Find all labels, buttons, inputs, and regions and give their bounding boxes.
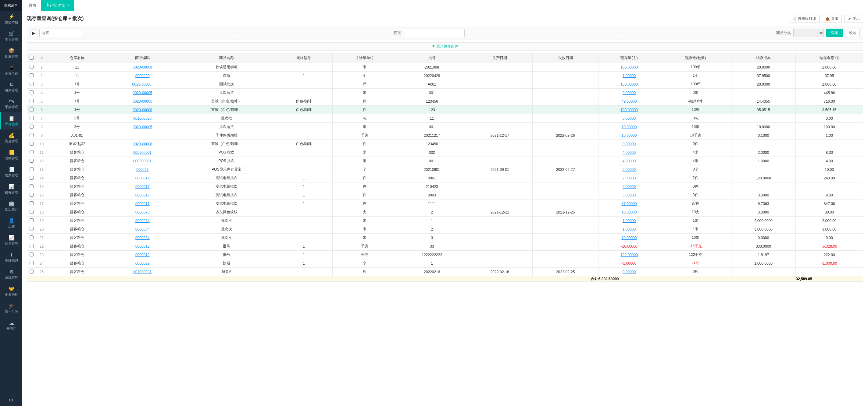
filter-expand-button[interactable]: ▶ xyxy=(30,30,37,36)
sidebar-item-inventory[interactable]: 📋 库存核查 xyxy=(0,112,22,130)
tab-batch-inventory[interactable]: 库存批次盘 ✕ xyxy=(41,0,74,11)
cell-checkbox[interactable] xyxy=(27,80,36,89)
cell-checkbox[interactable] xyxy=(27,208,36,216)
print-button[interactable]: 🖨 按模版打印 xyxy=(789,14,819,23)
cell-qty-pkg: 1米 xyxy=(660,216,731,225)
sidebar-item-sys[interactable]: ⚙ 系统管理 xyxy=(0,266,22,283)
cell-checkbox[interactable] xyxy=(27,216,36,225)
cell-qty-main: 87.00000 xyxy=(598,200,660,208)
cell-checkbox[interactable] xyxy=(27,97,36,106)
search-button[interactable]: 查询 xyxy=(826,29,843,37)
sidebar-item-mini-ecom[interactable]: 📱 小程电商 xyxy=(0,62,22,79)
cell-code: 0000012 xyxy=(107,242,178,251)
cell-cost: 1.0000 xyxy=(731,157,796,165)
close-tab-icon[interactable]: ✕ xyxy=(67,3,70,7)
tab-home[interactable]: 首页 xyxy=(24,0,41,11)
cell-checkbox[interactable] xyxy=(27,200,36,208)
cell-warehouse: 1号 xyxy=(47,89,107,97)
cell-checkbox[interactable] xyxy=(27,89,36,97)
sidebar-item-corp[interactable]: 🤝 企业协同 xyxy=(0,283,22,300)
sidebar-item-basic[interactable]: ℹ 基础信息 xyxy=(0,249,22,266)
cell-qty-main: 49.60000 xyxy=(598,97,660,106)
cell-unit: 米 xyxy=(332,89,397,97)
table-row: 18普客粮仓0000078多头异色软线支22021-12-212021-12-2… xyxy=(27,208,863,216)
cell-checkbox[interactable] xyxy=(27,174,36,182)
table-body: 1110023-00009软软通用柳葛米2021098100.00000100米… xyxy=(27,63,863,276)
export-button[interactable]: 📤 导出 xyxy=(822,14,842,23)
filter-setting-button[interactable]: 设置 xyxy=(846,29,860,37)
cell-checkbox[interactable] xyxy=(27,140,36,148)
cell-spec: 1 xyxy=(275,251,333,259)
warehouse-filter-input[interactable] xyxy=(39,29,82,37)
cell-amount: 4.00 xyxy=(796,157,863,165)
page-title: 现存量查询(按仓库＋批次) xyxy=(27,15,84,22)
cell-checkbox[interactable] xyxy=(27,234,36,242)
inventory-icon: 📋 xyxy=(2,115,21,121)
cell-prod-date xyxy=(467,63,533,72)
export-icon: 📤 xyxy=(825,17,830,21)
cell-idx: 24 xyxy=(36,259,47,268)
product-filter-input[interactable] xyxy=(404,29,465,37)
sidebar-item-tax[interactable]: 📊 税务管理 xyxy=(0,181,22,198)
cell-prod-date xyxy=(467,242,533,251)
sidebar-logo[interactable]: 搜索菜单 xyxy=(0,0,22,11)
cell-qty-main: 1.00000 xyxy=(598,216,660,225)
display-button[interactable]: 👁 显示 xyxy=(844,14,863,23)
cell-idx: 1 xyxy=(36,63,47,72)
sidebar-item-newbie[interactable]: 🎓 新手引导 xyxy=(0,300,22,317)
cell-amount: 2,000.00 xyxy=(796,80,863,89)
cell-checkbox[interactable] xyxy=(27,123,36,131)
category-filter-select[interactable] xyxy=(793,29,824,37)
expand-conditions-button[interactable]: ▼ 展开更多条件 xyxy=(27,42,863,50)
cell-checkbox[interactable] xyxy=(27,63,36,72)
cell-amount: 9.00 xyxy=(796,191,863,200)
sidebar-settings-button[interactable]: ⚙ xyxy=(0,394,22,406)
cell-qty-pkg: 2件 xyxy=(660,174,731,182)
cell-code: 0023-00005 xyxy=(107,123,178,131)
cell-checkbox[interactable] xyxy=(27,131,36,140)
cell-checkbox[interactable] xyxy=(27,157,36,165)
sidebar-item-invoice[interactable]: 🧾 发票管理 xyxy=(0,164,22,181)
cell-exp-date xyxy=(533,140,598,148)
cell-checkbox[interactable] xyxy=(27,165,36,174)
cell-warehouse: 普客粮仓 xyxy=(47,234,107,242)
inventory-table: # 仓库名称 商品编码 商品名称 规格型号 主计量单位 批号 生产日期 失效日期… xyxy=(27,53,863,282)
cell-checkbox[interactable] xyxy=(27,259,36,268)
col-checkbox[interactable] xyxy=(27,53,36,63)
sidebar-item-purchase[interactable]: 🛍 采购管理 xyxy=(0,96,22,112)
sidebar-item-retail[interactable]: 🛒 零售管理 xyxy=(0,28,22,45)
cell-batch: A001 xyxy=(397,80,467,89)
cell-checkbox[interactable] xyxy=(27,191,36,200)
sidebar-item-asset[interactable]: 💰 资金管理 xyxy=(0,130,22,146)
sidebar-item-ecom[interactable]: 🖥 电商管理 xyxy=(0,79,22,96)
cell-qty-pkg: 4米 xyxy=(660,148,731,157)
sidebar-item-cloud[interactable]: ☁ 云应用 xyxy=(0,317,22,334)
sidebar-item-biz[interactable]: 📈 经营管理 xyxy=(0,232,22,249)
cell-checkbox[interactable] xyxy=(27,106,36,114)
cell-checkbox[interactable] xyxy=(27,268,36,276)
cell-qty-main: 0.00000 xyxy=(598,89,660,97)
sidebar-item-fixed[interactable]: 🏢 固定资产 xyxy=(0,198,22,215)
cell-code: 001000031 xyxy=(107,268,178,276)
cell-qty-main: 0.00000 xyxy=(598,114,660,123)
sidebar-item-hr[interactable]: 👤 工资 xyxy=(0,215,22,232)
cell-checkbox[interactable] xyxy=(27,242,36,251)
select-all-checkbox[interactable] xyxy=(30,56,34,60)
cell-spec xyxy=(275,225,333,234)
cell-checkbox[interactable] xyxy=(27,182,36,191)
cell-checkbox[interactable] xyxy=(27,148,36,157)
sidebar-item-general[interactable]: 📒 总账管理 xyxy=(0,146,22,164)
cell-idx: 4 xyxy=(36,89,47,97)
cell-qty-pkg: 10米 xyxy=(660,123,731,131)
cell-prod-date xyxy=(467,106,533,114)
cell-checkbox[interactable] xyxy=(27,72,36,80)
cell-qty-main: 10.00000 xyxy=(598,208,660,216)
print-icon: 🖨 xyxy=(793,17,797,21)
sidebar-item-wholesale[interactable]: 📦 批发管理 xyxy=(0,45,22,62)
cell-checkbox[interactable] xyxy=(27,251,36,259)
cell-checkbox[interactable] xyxy=(27,114,36,123)
cell-checkbox[interactable] xyxy=(27,225,36,234)
cell-spec xyxy=(275,157,333,165)
sidebar-item-quick-nav[interactable]: ⚡ 快捷导航 xyxy=(0,11,22,28)
cell-prod-date xyxy=(467,182,533,191)
